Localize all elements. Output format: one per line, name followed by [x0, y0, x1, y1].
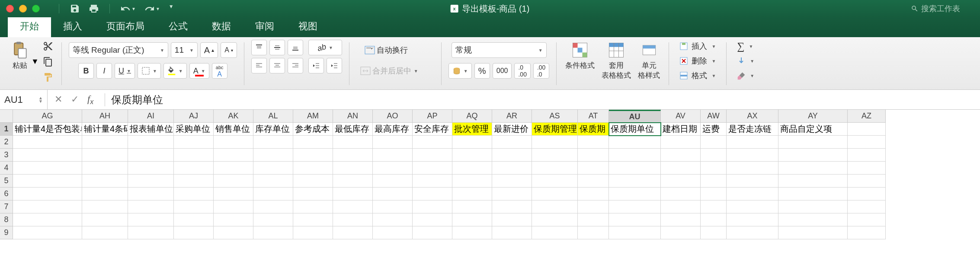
cell-AH5[interactable]	[82, 175, 128, 188]
fill-button[interactable]: ▼	[733, 54, 758, 67]
cell-AM4[interactable]	[293, 162, 333, 175]
format-painter-button[interactable]	[42, 71, 54, 84]
close-window-button[interactable]	[6, 5, 14, 13]
row-header-4[interactable]: 4	[0, 162, 13, 175]
cell-AJ6[interactable]	[174, 188, 214, 200]
cell-AO4[interactable]	[373, 162, 413, 175]
column-header-AU[interactable]: AU	[609, 110, 661, 123]
cell-AX8[interactable]	[727, 213, 778, 226]
cell-AZ9[interactable]	[848, 226, 886, 239]
column-header-AK[interactable]: AK	[214, 110, 253, 123]
fx-icon[interactable]: fx	[87, 93, 93, 106]
cell-AM1[interactable]: 参考成本	[293, 123, 333, 136]
cell-AL7[interactable]	[253, 200, 293, 213]
cell-AJ1[interactable]: 采购单位	[174, 123, 214, 136]
cell-AM3[interactable]	[293, 149, 333, 162]
tab-insert[interactable]: 插入	[51, 16, 94, 37]
cell-AW5[interactable]	[701, 175, 727, 188]
row-header-5[interactable]: 5	[0, 175, 13, 188]
column-header-AG[interactable]: AG	[13, 110, 82, 123]
cell-AQ6[interactable]	[452, 188, 492, 200]
cell-AL2[interactable]	[253, 136, 293, 149]
cell-AT7[interactable]	[578, 200, 609, 213]
align-middle-button[interactable]	[269, 40, 285, 55]
cell-AW4[interactable]	[701, 162, 727, 175]
cell-AJ3[interactable]	[174, 149, 214, 162]
undo-button[interactable]: ▼	[120, 3, 136, 14]
cell-AT3[interactable]	[578, 149, 609, 162]
cell-AV6[interactable]	[661, 188, 701, 200]
cell-AT5[interactable]	[578, 175, 609, 188]
align-top-button[interactable]	[251, 40, 267, 55]
cell-AI3[interactable]	[128, 149, 174, 162]
cell-AZ2[interactable]	[848, 136, 886, 149]
cell-AJ2[interactable]	[174, 136, 214, 149]
cell-AH4[interactable]	[82, 162, 128, 175]
cell-AQ3[interactable]	[452, 149, 492, 162]
cell-AR9[interactable]	[492, 226, 532, 239]
cell-AY7[interactable]	[778, 200, 848, 213]
cell-AG3[interactable]	[13, 149, 82, 162]
cell-AT4[interactable]	[578, 162, 609, 175]
cancel-formula-button[interactable]: ✕	[54, 94, 62, 105]
cell-AY8[interactable]	[778, 213, 848, 226]
cell-AW3[interactable]	[701, 149, 727, 162]
cell-AQ1[interactable]: 批次管理	[452, 123, 492, 136]
cell-AU9[interactable]	[609, 226, 661, 239]
cell-AO6[interactable]	[373, 188, 413, 200]
insert-cells-button[interactable]: 插入▼	[676, 40, 719, 53]
cell-AP5[interactable]	[413, 175, 452, 188]
cut-button[interactable]	[42, 40, 54, 53]
print-icon[interactable]	[89, 3, 99, 14]
cell-AG1[interactable]: 辅计量4是否包装单位	[13, 123, 82, 136]
cell-AR5[interactable]	[492, 175, 532, 188]
enter-formula-button[interactable]: ✓	[71, 94, 79, 105]
cell-AM6[interactable]	[293, 188, 333, 200]
spreadsheet-grid[interactable]: AGAHAIAJAKALAMANAOAPAQARASATAUAVAWAXAYAZ…	[0, 110, 980, 239]
cell-AJ4[interactable]	[174, 162, 214, 175]
redo-button[interactable]: ▼	[144, 3, 160, 14]
cell-AV1[interactable]: 建档日期	[661, 123, 701, 136]
tab-view[interactable]: 视图	[286, 16, 330, 37]
cell-AV4[interactable]	[661, 162, 701, 175]
cell-AQ9[interactable]	[452, 226, 492, 239]
column-header-AZ[interactable]: AZ	[848, 110, 886, 123]
cell-AI8[interactable]	[128, 213, 174, 226]
search-input[interactable]	[921, 4, 973, 13]
cell-AV8[interactable]	[661, 213, 701, 226]
cell-AZ7[interactable]	[848, 200, 886, 213]
cell-AU6[interactable]	[609, 188, 661, 200]
row-header-1[interactable]: 1	[0, 123, 13, 136]
cell-AV5[interactable]	[661, 175, 701, 188]
cell-AS3[interactable]	[532, 149, 578, 162]
cell-AG8[interactable]	[13, 213, 82, 226]
row-header-2[interactable]: 2	[0, 136, 13, 149]
cell-AH3[interactable]	[82, 149, 128, 162]
conditional-format-button[interactable]: 条件格式	[564, 40, 596, 71]
format-cells-button[interactable]: 格式▼	[676, 69, 719, 82]
row-header-7[interactable]: 7	[0, 200, 13, 213]
copy-button[interactable]	[42, 55, 54, 68]
cell-AM2[interactable]	[293, 136, 333, 149]
cell-AQ5[interactable]	[452, 175, 492, 188]
currency-button[interactable]: ▼	[448, 63, 472, 79]
cell-AX7[interactable]	[727, 200, 778, 213]
cell-AX4[interactable]	[727, 162, 778, 175]
cell-AR1[interactable]: 最新进价	[492, 123, 532, 136]
number-format-select[interactable]: 常规▼	[452, 42, 547, 58]
cell-AK2[interactable]	[214, 136, 253, 149]
merge-center-button[interactable]: 合并后居中▼	[356, 63, 434, 79]
cell-AJ7[interactable]	[174, 200, 214, 213]
cell-AT1[interactable]: 保质期	[578, 123, 609, 136]
cell-AW6[interactable]	[701, 188, 727, 200]
cell-AP4[interactable]	[413, 162, 452, 175]
cell-AT9[interactable]	[578, 226, 609, 239]
cell-AS7[interactable]	[532, 200, 578, 213]
cell-AX1[interactable]: 是否走冻链	[727, 123, 778, 136]
cell-AO7[interactable]	[373, 200, 413, 213]
cell-AM7[interactable]	[293, 200, 333, 213]
cell-AW7[interactable]	[701, 200, 727, 213]
cell-AN7[interactable]	[333, 200, 373, 213]
cell-AH6[interactable]	[82, 188, 128, 200]
qat-customize-button[interactable]: ▼	[169, 3, 179, 14]
